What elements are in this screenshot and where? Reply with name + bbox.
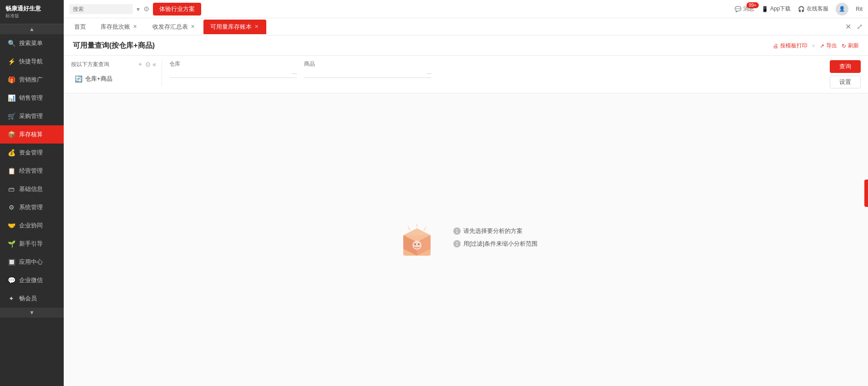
message-button[interactable]: 💬 消息 99+	[735, 5, 754, 13]
sidebar-item-marketing[interactable]: 🎁 营销推广	[0, 71, 64, 89]
member-icon: ✦	[7, 295, 15, 302]
sidebar-item-system[interactable]: ⚙ 系统管理	[0, 198, 64, 216]
tab-bar: 首页 库存批次账 ✕ 收发存汇总表 ✕ 可用量库存账本 ✕ ✕ ⤢	[64, 18, 868, 36]
tab-batch[interactable]: 库存批次账 ✕	[94, 20, 145, 34]
print-label: 按模板打印	[780, 42, 807, 50]
app-download-button[interactable]: 📱 App下载	[761, 5, 791, 13]
sidebar: 畅康通好生意 标准版 ▲ 🔍 搜索菜单 ⚡ 快捷导航 🎁 营销推广 📊 销售管理…	[0, 0, 64, 386]
settings-scheme-icon[interactable]: ⊙	[145, 61, 151, 68]
cart-icon: 🛒	[7, 113, 15, 120]
filter-area: 仓库 ··· 商品 ···	[162, 60, 822, 78]
scheme-panel: 按以下方案查询 ＋ ⊙ « 🔄 仓库+商品	[71, 60, 162, 86]
tab-expand-button[interactable]: ⤢	[855, 21, 864, 33]
sidebar-item-purchase[interactable]: 🛒 采购管理	[0, 107, 64, 125]
tab-available[interactable]: 可用量库存账本 ✕	[203, 20, 266, 34]
tab-close-button[interactable]: ✕	[843, 21, 853, 33]
empty-hint-1: 1 请先选择要分析的方案	[453, 227, 538, 235]
tab-receipt-close-icon[interactable]: ✕	[190, 23, 196, 30]
warehouse-input[interactable]	[169, 70, 290, 77]
sidebar-label-appcenter: 应用中心	[19, 258, 43, 266]
sidebar-scroll-up[interactable]: ▲	[0, 24, 64, 34]
grid-icon: 🔲	[7, 258, 15, 266]
goods-input-wrap: ···	[304, 70, 431, 78]
sidebar-item-appcenter[interactable]: 🔲 应用中心	[0, 253, 64, 271]
sidebar-item-shortcut[interactable]: ⚡ 快捷导航	[0, 52, 64, 71]
svg-line-7	[408, 226, 410, 231]
separator-1: ▾	[812, 42, 815, 49]
money-icon: 💰	[7, 149, 15, 156]
empty-hints: 1 请先选择要分析的方案 2 用[过滤]条件来缩小分析范围	[453, 227, 538, 252]
app-icon: 📱	[761, 6, 768, 12]
sprout-icon: 🌱	[7, 240, 15, 247]
warehouse-label: 仓库	[169, 60, 297, 68]
goods-label: 商品	[304, 60, 431, 68]
tabs-right-actions: ✕ ⤢	[843, 21, 868, 33]
topbar-gear-icon[interactable]: ⚙	[143, 5, 149, 13]
sidebar-item-search[interactable]: 🔍 搜索菜单	[0, 34, 64, 52]
print-button[interactable]: 🖨 按模板打印	[773, 42, 807, 50]
filter-goods: 商品 ···	[304, 60, 431, 78]
tab-home[interactable]: 首页	[67, 20, 93, 34]
tab-batch-close-icon[interactable]: ✕	[132, 23, 138, 30]
sidebar-item-operation[interactable]: 📋 经营管理	[0, 162, 64, 180]
sidebar-label-member: 畅会员	[19, 294, 37, 303]
sidebar-label-operation: 经营管理	[19, 167, 43, 175]
sidebar-item-finance[interactable]: 💰 资金管理	[0, 144, 64, 162]
tab-available-label: 可用量库存账本	[210, 23, 252, 31]
search-input[interactable]	[69, 4, 133, 14]
sidebar-item-wechat[interactable]: 💬 企业微信	[0, 271, 64, 289]
refresh-label: 刷新	[848, 42, 859, 50]
collapse-icon[interactable]: «	[152, 61, 156, 68]
message-badge: 99+	[746, 2, 759, 8]
export-label: 导出	[826, 42, 837, 50]
query-area: 按以下方案查询 ＋ ⊙ « 🔄 仓库+商品 仓库	[64, 56, 868, 93]
tab-available-close-icon[interactable]: ✕	[254, 23, 259, 30]
sidebar-label-system: 系统管理	[19, 203, 43, 211]
sidebar-label-newbie: 新手引导	[19, 240, 43, 248]
add-scheme-icon[interactable]: ＋	[137, 60, 143, 68]
scheme-header-label: 按以下方案查询	[71, 61, 109, 68]
online-service-button[interactable]: 🎧 在线客服	[798, 5, 828, 13]
tab-receipt-label: 收发存汇总表	[152, 23, 188, 31]
sidebar-item-inventory[interactable]: 📦 库存核算	[0, 125, 64, 144]
message-icon: 💬	[735, 6, 741, 12]
page-title: 可用量查询(按仓库+商品)	[73, 41, 155, 51]
scheme-item-warehouse-goods[interactable]: 🔄 仓库+商品	[71, 72, 156, 86]
topbar: ▾ ⚙ 体验行业方案 💬 消息 99+ 📱 App下载 🎧 在线客服 👤 Rit	[64, 0, 868, 18]
svg-point-4	[412, 241, 421, 250]
printer-icon: 🖨	[773, 43, 778, 49]
scheme-header: 按以下方案查询 ＋ ⊙ «	[71, 60, 156, 68]
sidebar-label-shortcut: 快捷导航	[19, 57, 43, 66]
warehouse-more-icon[interactable]: ···	[292, 70, 297, 77]
step-2-num: 2	[453, 240, 461, 247]
sidebar-scroll-down[interactable]: ▼	[0, 308, 64, 318]
trial-button[interactable]: 体验行业方案	[153, 3, 201, 15]
sidebar-item-newbie[interactable]: 🌱 新手引导	[0, 235, 64, 253]
setting-button[interactable]: 设置	[830, 76, 861, 88]
clipboard-icon: 📋	[7, 167, 15, 175]
refresh-button[interactable]: ↻ 刷新	[842, 42, 859, 50]
empty-hint-2: 2 用[过滤]条件来缩小分析范围	[453, 240, 538, 248]
tab-receipt[interactable]: 收发存汇总表 ✕	[146, 20, 203, 34]
sync-icon: 🔄	[75, 75, 82, 82]
export-button[interactable]: ↗ 导出	[820, 42, 837, 50]
query-button[interactable]: 查询	[830, 60, 861, 73]
refresh-icon: ↻	[842, 43, 846, 49]
dropdown-arrow-icon[interactable]: ▾	[137, 5, 140, 13]
sidebar-item-basic[interactable]: 🗃 基础信息	[0, 180, 64, 198]
headset-icon: 🎧	[798, 6, 805, 12]
sidebar-logo: 畅康通好生意 标准版	[0, 0, 64, 24]
chart-icon: 📊	[7, 94, 15, 102]
step-1-num: 1	[453, 227, 461, 235]
sidebar-item-sales[interactable]: 📊 销售管理	[0, 89, 64, 107]
sidebar-label-purchase: 采购管理	[19, 112, 43, 120]
search-icon: 🔍	[7, 40, 15, 47]
sidebar-item-enterprise[interactable]: 🤝 企业协同	[0, 216, 64, 235]
sidebar-label-finance: 资金管理	[19, 149, 43, 157]
logo-tag: 标准版	[5, 13, 58, 19]
sidebar-item-member[interactable]: ✦ 畅会员	[0, 289, 64, 308]
goods-more-icon[interactable]: ···	[427, 70, 431, 77]
right-scroll-handle[interactable]	[864, 180, 868, 207]
goods-input[interactable]	[304, 70, 425, 77]
online-service-label: 在线客服	[807, 5, 828, 13]
